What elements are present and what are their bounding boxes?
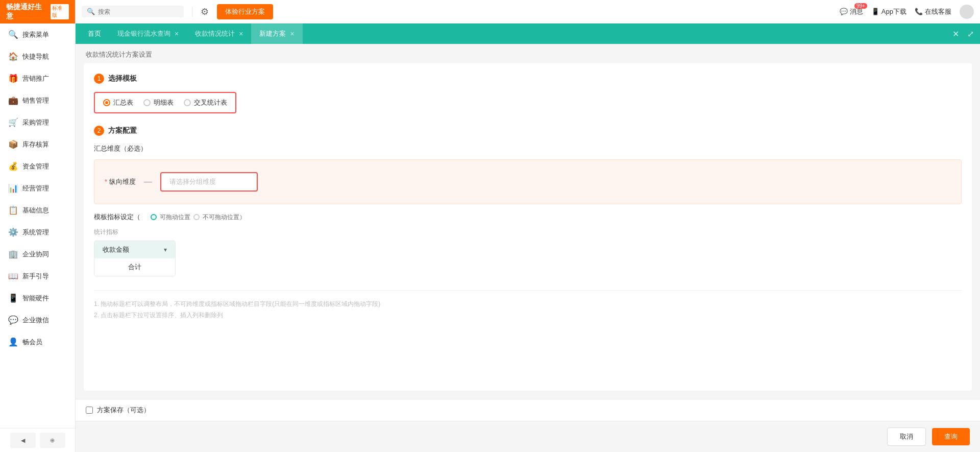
topbar-right: 💬 消息 99+ 📱 App下载 📞 在线客服	[840, 5, 974, 19]
tip-2: 2. 点击标题栏下拉可设置排序、插入列和删除列	[94, 310, 962, 321]
radio-detail[interactable]: 明细表	[143, 98, 174, 107]
draggable-dot	[151, 214, 157, 220]
radio-detail-label: 明细表	[154, 98, 174, 107]
sidebar-item-wechat[interactable]: 💬 企业微信	[0, 309, 75, 331]
enterprise-icon: 🏢	[8, 249, 18, 259]
try-btn[interactable]: 体验行业方案	[217, 4, 273, 19]
sidebar-item-finance[interactable]: 💰 资金管理	[0, 155, 75, 177]
gear-icon[interactable]: ⚙	[201, 6, 209, 17]
sidebar-item-label: 系统管理	[22, 228, 49, 237]
search-menu-icon: 🔍	[8, 30, 18, 39]
not-draggable-label: 不可拖动位置）	[203, 213, 246, 222]
step1-title: 选择模板	[108, 74, 137, 83]
dimension-selector[interactable]: 请选择分组维度	[160, 172, 258, 192]
sidebar-item-search-menu[interactable]: 🔍 搜索菜单	[0, 23, 75, 45]
topbar-search[interactable]: 🔍	[82, 6, 184, 17]
tip-1: 1. 拖动标题栏可以调整布局，不可跨维度或指标区域拖动栏目字段(只能在同一维度或…	[94, 299, 962, 310]
dimension-row: * 纵向维度 — 请选择分组维度	[105, 172, 951, 192]
sidebar-bottom: ◀ ⊕	[0, 428, 75, 452]
template-radio-group: 汇总表 明细表 交叉统计表	[103, 98, 227, 107]
search-input[interactable]	[98, 8, 169, 15]
message-icon: 💬	[840, 8, 848, 15]
sidebar-item-purchase[interactable]: 🛒 采购管理	[0, 111, 75, 133]
support-icon: 📞	[915, 8, 923, 15]
not-draggable-dot	[193, 214, 200, 220]
download-icon: 📱	[871, 8, 879, 15]
radio-cross-label: 交叉统计表	[194, 98, 227, 107]
sidebar-item-operation[interactable]: 📊 经营管理	[0, 177, 75, 199]
tab-new-plan[interactable]: 新建方案 ×	[251, 23, 302, 44]
sidebar-btn-2[interactable]: ⊕	[40, 433, 65, 448]
template-selection-box: 汇总表 明细表 交叉统计表	[94, 92, 236, 113]
save-checkbox[interactable]	[86, 407, 93, 414]
sidebar-item-label: 企业协同	[22, 250, 49, 259]
download-label: App下载	[881, 7, 906, 16]
tab-maximize-btn[interactable]: ⤢	[965, 27, 976, 41]
metric-label-prefix: 模板指标设定（	[94, 213, 140, 221]
support-label: 在线客服	[925, 7, 951, 16]
save-section: 方案保存（可选）	[76, 399, 980, 421]
sidebar-item-label: 资金管理	[22, 162, 49, 171]
metric-col-header[interactable]: 收款金额 ▾	[94, 241, 175, 258]
radio-cross[interactable]: 交叉统计表	[184, 98, 227, 107]
logo-badge: 标准版	[51, 4, 69, 19]
sidebar-item-label: 基础信息	[22, 206, 49, 215]
sidebar-item-marketing[interactable]: 🎁 营销推广	[0, 67, 75, 89]
main: 🔍 ⚙ 体验行业方案 💬 消息 99+ 📱 App下载 📞 在线客服	[76, 0, 980, 452]
metric-header: 模板指标设定（ 可拖动位置 不可拖动位置）	[94, 212, 962, 222]
sidebar: 畅捷通好生意 标准版 🔍 搜索菜单 🏠 快捷导航 🎁 营销推广 💼 销售管理 🛒…	[0, 0, 76, 452]
sidebar-item-label: 企业微信	[22, 316, 49, 325]
sidebar-item-enterprise[interactable]: 🏢 企业协同	[0, 243, 75, 265]
content: 收款情况统计方案设置 1 选择模板 汇总表 明细	[76, 44, 980, 421]
dimension-area: * 纵向维度 — 请选择分组维度	[94, 159, 962, 204]
home-tab-label: 首页	[88, 29, 101, 38]
collection-stats-tab-close[interactable]: ×	[239, 30, 243, 38]
user-avatar[interactable]	[960, 5, 974, 19]
sidebar-item-sales[interactable]: 💼 销售管理	[0, 89, 75, 111]
sidebar-item-member[interactable]: 👤 畅会员	[0, 331, 75, 353]
summary-label: 汇总维度（必选）	[94, 144, 962, 153]
metric-setting-label: 模板指标设定（	[94, 212, 140, 222]
notification-item[interactable]: 💬 消息 99+	[840, 7, 863, 16]
sidebar-item-label: 新手引导	[22, 272, 49, 281]
tips-section: 1. 拖动标题栏可以调整布局，不可跨维度或指标区域拖动栏目字段(只能在同一维度或…	[94, 290, 962, 321]
step2-badge: 2	[94, 126, 104, 136]
radio-summary-circle	[103, 99, 110, 106]
collection-stats-tab-label: 收款情况统计	[195, 29, 235, 38]
tab-home[interactable]: 首页	[80, 23, 109, 44]
topbar: 🔍 ⚙ 体验行业方案 💬 消息 99+ 📱 App下载 📞 在线客服	[76, 0, 980, 23]
support-item[interactable]: 📞 在线客服	[915, 7, 951, 16]
step2-header: 2 方案配置	[94, 126, 962, 136]
bank-flow-tab-close[interactable]: ×	[175, 30, 179, 38]
page-title: 收款情况统计方案设置	[76, 44, 980, 63]
form-card: 1 选择模板 汇总表 明细表	[84, 63, 972, 391]
sidebar-item-label: 快捷导航	[22, 52, 49, 61]
sidebar-item-system[interactable]: ⚙️ 系统管理	[0, 221, 75, 243]
sidebar-item-label: 库存核算	[22, 140, 49, 149]
tabbar: 首页 现金银行流水查询 × 收款情况统计 × 新建方案 × ✕ ⤢	[76, 23, 980, 44]
tab-close-all-btn[interactable]: ✕	[950, 27, 961, 41]
cancel-button[interactable]: 取消	[887, 427, 926, 446]
metric-total-label: 合计	[128, 263, 141, 271]
sidebar-item-basic-info[interactable]: 📋 基础信息	[0, 199, 75, 221]
radio-cross-circle	[184, 99, 191, 106]
sidebar-item-quick-nav[interactable]: 🏠 快捷导航	[0, 45, 75, 67]
topbar-search-icon: 🔍	[87, 8, 95, 15]
query-button[interactable]: 查询	[932, 428, 970, 445]
radio-summary[interactable]: 汇总表	[103, 98, 133, 107]
sidebar-item-guide[interactable]: 📖 新手引导	[0, 265, 75, 287]
tab-collection-stats[interactable]: 收款情况统计 ×	[187, 23, 251, 44]
sidebar-item-inventory[interactable]: 📦 库存核算	[0, 133, 75, 155]
radio-detail-circle	[143, 99, 151, 106]
sidebar-btn-1[interactable]: ◀	[10, 433, 36, 448]
draggable-label: 可拖动位置	[160, 213, 190, 222]
tab-bank-flow[interactable]: 现金银行流水查询 ×	[109, 23, 187, 44]
notification-badge: 99+	[854, 3, 867, 9]
sidebar-item-hardware[interactable]: 📱 智能硬件	[0, 287, 75, 309]
download-item[interactable]: 📱 App下载	[871, 7, 906, 16]
sidebar-item-label: 智能硬件	[22, 294, 49, 303]
radio-summary-label: 汇总表	[113, 98, 133, 107]
new-plan-tab-label: 新建方案	[259, 29, 286, 38]
required-star: * 纵向维度	[105, 177, 136, 186]
new-plan-tab-close[interactable]: ×	[290, 30, 294, 38]
